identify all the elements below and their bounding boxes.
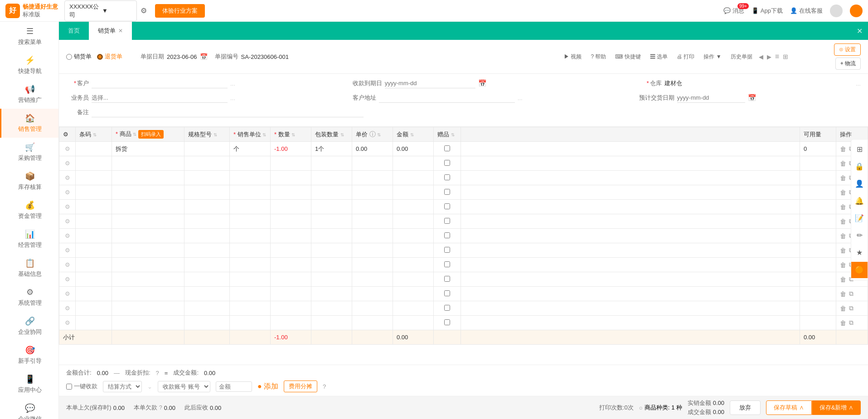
row-barcode[interactable] xyxy=(76,171,112,185)
row-quantity[interactable] xyxy=(271,185,311,200)
row-product[interactable] xyxy=(112,171,184,185)
row-package-qty[interactable] xyxy=(311,229,352,243)
row-copy-icon[interactable]: ⧉ xyxy=(849,304,853,312)
row-gear[interactable]: ⚙ xyxy=(59,171,76,185)
row-unit-price[interactable] xyxy=(352,229,393,243)
row-unit-price[interactable] xyxy=(352,185,393,200)
account-select[interactable]: 收款账号 账号 xyxy=(158,381,210,392)
delivery-date-input[interactable] xyxy=(677,93,745,103)
row-gift[interactable] xyxy=(434,316,461,330)
row-amount[interactable] xyxy=(393,171,434,185)
row-spec[interactable] xyxy=(184,214,230,229)
receivable-date-input[interactable] xyxy=(385,78,475,88)
row-gift[interactable] xyxy=(434,142,461,156)
row-amount[interactable] xyxy=(393,287,434,301)
row-copy-icon[interactable]: ⧉ xyxy=(849,290,853,298)
row-product[interactable] xyxy=(112,200,184,214)
settlement-dots[interactable]: ⌄ xyxy=(147,383,152,390)
row-delete-icon[interactable]: 🗑 xyxy=(840,305,846,312)
row-package-qty[interactable] xyxy=(311,272,352,287)
warehouse-dots[interactable]: ... xyxy=(856,80,861,87)
row-spec[interactable] xyxy=(184,287,230,301)
row-unit[interactable] xyxy=(230,214,271,229)
row-barcode[interactable] xyxy=(76,287,112,301)
close-all-tabs-icon[interactable]: ✕ xyxy=(857,27,863,35)
row-spec[interactable] xyxy=(184,243,230,258)
row-amount[interactable] xyxy=(393,214,434,229)
customer-input[interactable] xyxy=(92,78,228,88)
message-button[interactable]: 💬 消息 99+ xyxy=(723,7,744,15)
row-product[interactable] xyxy=(112,156,184,171)
row-package-qty[interactable] xyxy=(311,258,352,272)
settlement-method-select[interactable]: 结算方式 xyxy=(103,381,142,392)
row-unit[interactable]: 个 xyxy=(230,142,271,156)
row-gear[interactable]: ⚙ xyxy=(59,229,76,243)
row-quantity[interactable] xyxy=(271,243,311,258)
row-unit-price[interactable] xyxy=(352,301,393,316)
row-barcode[interactable] xyxy=(76,156,112,171)
history-orders-action[interactable]: 历史单据 xyxy=(728,52,755,62)
row-gear[interactable]: ⚙ xyxy=(59,142,76,156)
help-action[interactable]: ? 帮助 xyxy=(588,52,609,62)
payment-amount-input[interactable] xyxy=(216,381,252,392)
avatar-2[interactable] xyxy=(850,5,863,17)
row-package-qty[interactable] xyxy=(311,243,352,258)
row-quantity[interactable] xyxy=(271,171,311,185)
row-barcode[interactable] xyxy=(76,301,112,316)
sidebar-item-inventory[interactable]: 📦 库存核算 xyxy=(0,167,58,196)
row-unit[interactable] xyxy=(230,272,271,287)
row-product[interactable] xyxy=(112,316,184,330)
row-spec[interactable] xyxy=(184,142,230,156)
sidebar-item-enterprise[interactable]: 🔗 企业协同 xyxy=(0,312,58,341)
float-bell-icon[interactable]: 🔔 xyxy=(851,193,868,209)
row-quantity[interactable] xyxy=(271,156,311,171)
row-gear[interactable]: ⚙ xyxy=(59,301,76,316)
row-unit-price[interactable] xyxy=(352,258,393,272)
row-barcode[interactable] xyxy=(76,214,112,229)
row-spec[interactable] xyxy=(184,185,230,200)
shortcut-action[interactable]: ⌨ 快捷键 xyxy=(612,52,643,62)
row-barcode[interactable] xyxy=(76,316,112,330)
row-amount[interactable] xyxy=(393,185,434,200)
row-gift[interactable] xyxy=(434,214,461,229)
row-product[interactable] xyxy=(112,243,184,258)
row-gift[interactable] xyxy=(434,156,461,171)
trial-button[interactable]: 体验行业方案 xyxy=(155,4,205,18)
row-delete-icon[interactable]: 🗑 xyxy=(840,319,846,327)
row-gear[interactable]: ⚙ xyxy=(59,200,76,214)
row-spec[interactable] xyxy=(184,272,230,287)
row-unit-price[interactable] xyxy=(352,316,393,330)
row-gear[interactable]: ⚙ xyxy=(59,316,76,330)
row-spec[interactable] xyxy=(184,258,230,272)
app-download-button[interactable]: 📱 App下载 xyxy=(752,7,783,15)
row-product[interactable] xyxy=(112,185,184,200)
row-unit-price[interactable] xyxy=(352,171,393,185)
row-unit-price[interactable] xyxy=(352,272,393,287)
view-grid-icon[interactable]: ⊞ xyxy=(783,53,788,60)
row-unit[interactable] xyxy=(230,185,271,200)
row-gift[interactable] xyxy=(434,287,461,301)
row-unit[interactable] xyxy=(230,243,271,258)
sidebar-item-sales[interactable]: 🏠 销售管理 xyxy=(0,109,58,138)
row-delete-icon[interactable]: 🗑 xyxy=(840,290,846,298)
row-spec[interactable] xyxy=(184,229,230,243)
settings-icon[interactable]: ⚙ xyxy=(141,6,147,15)
row-delete-icon[interactable]: 🗑 xyxy=(840,218,846,225)
row-delete-icon[interactable]: 🗑 xyxy=(840,276,846,283)
row-product[interactable] xyxy=(112,272,184,287)
row-package-qty[interactable] xyxy=(311,287,352,301)
row-product[interactable] xyxy=(112,258,184,272)
delivery-calendar-icon[interactable]: 📅 xyxy=(748,94,756,102)
avatar[interactable] xyxy=(830,5,843,17)
row-unit[interactable] xyxy=(230,301,271,316)
tab-close-icon[interactable]: ✕ xyxy=(118,28,123,34)
row-product[interactable] xyxy=(112,214,184,229)
row-package-qty[interactable] xyxy=(311,171,352,185)
sidebar-item-app-center[interactable]: 📱 应用中心 xyxy=(0,370,58,399)
salesperson-input[interactable] xyxy=(92,93,228,103)
row-gear[interactable]: ⚙ xyxy=(59,156,76,171)
row-gear[interactable]: ⚙ xyxy=(59,272,76,287)
row-quantity[interactable] xyxy=(271,200,311,214)
row-delete-icon[interactable]: 🗑 xyxy=(840,160,846,167)
row-unit[interactable] xyxy=(230,316,271,330)
